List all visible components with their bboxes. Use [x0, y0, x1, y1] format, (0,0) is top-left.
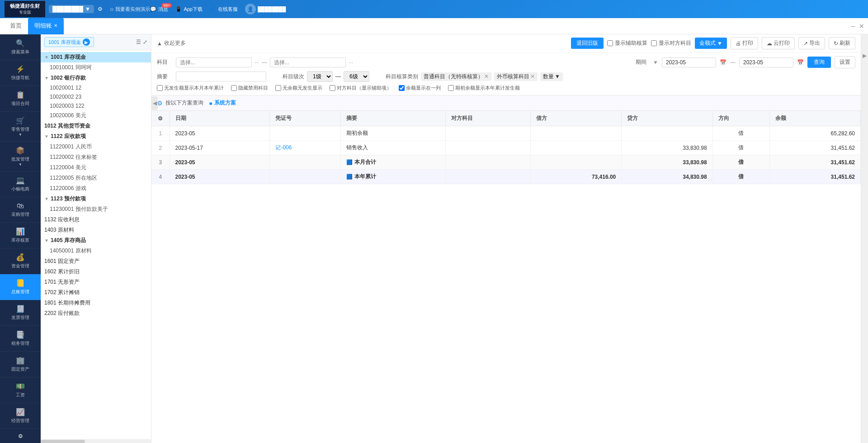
filter-toggle-btn[interactable]: ▲ 收起更多 [157, 39, 186, 47]
subject-to-input[interactable] [270, 57, 346, 67]
tab-minimize-icon[interactable]: ─ [851, 23, 855, 30]
tree-item-1403[interactable]: 1403 原材料 [41, 225, 151, 235]
tree-item-1702[interactable]: 1702 累计摊销 [41, 287, 151, 298]
period-to-input[interactable] [739, 57, 793, 67]
refresh-btn[interactable]: ↻ 刷新 [829, 37, 855, 49]
tree-item-1701[interactable]: 1701 无形资产 [41, 277, 151, 287]
tree-item-11230001[interactable]: 11230001 预付款款美于 [41, 204, 151, 214]
tree-item-1132[interactable]: 1132 应收利息 [41, 214, 151, 225]
tree-item-1001[interactable]: ▼ 1001 库存现金 [41, 52, 151, 62]
col-settings[interactable]: ⚙ [151, 111, 170, 126]
sidebar-item-capital[interactable]: 💰 资金管理 [0, 248, 41, 274]
tab-detail[interactable]: 明细账 ✕ [28, 18, 64, 34]
cell-no-3: 3 [151, 155, 170, 170]
tree-item-14050001[interactable]: 14050001 原材料 [41, 246, 151, 256]
scheme-btn-system[interactable]: ● 系统方案 [209, 97, 236, 109]
sidebar-item-inventory[interactable]: 📊 库存核算 [0, 223, 41, 248]
cell-voucher-2[interactable]: 记-006 [270, 141, 341, 155]
cloud-print-btn[interactable]: ☁ 云打印 [762, 37, 795, 49]
back-old-btn[interactable]: 退回旧版 [571, 38, 604, 49]
sidebar-item-tax[interactable]: 📑 税务管理 [0, 326, 41, 352]
tree-item-2202[interactable]: 2202 应付账款 [41, 308, 151, 319]
online-service-btn[interactable]: 👤 在线客服 [210, 6, 238, 13]
tree-item-11220004[interactable]: 11220004 美元 [41, 162, 151, 173]
cb-hide-disabled[interactable]: 隐藏禁用科目 [231, 85, 268, 91]
filter-row-1: 科目 ··· — ··· 期间 ▼ 📅 — [157, 56, 855, 68]
tab-close-icon[interactable]: ✕ [54, 23, 57, 28]
cell-debit-3 [530, 155, 621, 170]
period-to-calendar-icon[interactable]: 📅 [797, 59, 804, 66]
tree-item-10020002[interactable]: 10020002 23 [41, 92, 151, 101]
tree-item-11220002[interactable]: 11220002 往来标签 [41, 152, 151, 162]
tree-item-11220005[interactable]: 11220005 所在地区 [41, 173, 151, 183]
sidebar-item-invoice[interactable]: 🧾 发票管理 [0, 300, 41, 326]
table-area: ⚙ 日期 凭证号 摘要 对方科目 借方 贷方 方向 余额 1 2023-05 [151, 111, 861, 443]
sidebar-item-shortcut[interactable]: ⚡ 快捷导航 [0, 60, 41, 86]
period-calendar-icon[interactable]: 📅 [720, 59, 726, 66]
tree-item-11220001[interactable]: 11220001 人民币 [41, 142, 151, 152]
sidebar-item-purchase[interactable]: 🛍 采购管理 [0, 197, 41, 223]
sidebar-settings-btn[interactable]: ⚙ [0, 429, 41, 443]
scheme-panel-collapse-icon[interactable]: ◀ [151, 96, 158, 110]
query-scheme-label: ⚙ 按以下方案查询 [157, 99, 203, 107]
cb-balance-in-one[interactable]: 余额显示在一列 [399, 85, 441, 91]
type-tag-1-close[interactable]: ✕ [484, 73, 489, 80]
summary-input[interactable] [176, 71, 266, 81]
tree-item-1012[interactable]: 1012 其他货币资金 [41, 121, 151, 131]
right-collapse-panel[interactable]: ▶ [861, 34, 868, 443]
cb-no-occurrence[interactable]: 无发生额显示本月本年累计 [157, 85, 224, 91]
sidebar-item-ecommerce[interactable]: 💻 小畅电商 [0, 171, 41, 197]
tree-item-1801[interactable]: 1801 长期待摊费用 [41, 298, 151, 308]
tree-item-1123[interactable]: ▼ 1123 预付款项 [41, 194, 151, 204]
message-btn[interactable]: 💬 消息 99+ [150, 6, 168, 13]
sidebar-item-retail[interactable]: 🛒 零售管理 ▼ [0, 112, 41, 142]
tree-item-10020001[interactable]: 10020001 12 [41, 83, 151, 92]
tree-item-11220006[interactable]: 11220006 游戏 [41, 183, 151, 194]
export-btn[interactable]: ↗ 导出 [798, 37, 825, 49]
demo-link[interactable]: ○ 我要看实例演示 [110, 5, 150, 13]
settings-gear-icon[interactable]: ⚙ [98, 6, 103, 12]
level-to-select[interactable]: 6级 [344, 71, 369, 82]
show-opposite-checkbox[interactable]: 显示对方科目 [651, 39, 691, 47]
current-account-display[interactable]: 1001 库存现金 ▶ [44, 37, 94, 47]
tree-item-10010001[interactable]: 10010001 同呵呵 [41, 62, 151, 73]
tree-scrollbar[interactable] [41, 439, 151, 443]
tree-label-10020002: 10020002 23 [50, 94, 81, 100]
subject-input[interactable] [176, 57, 252, 67]
tree-item-1002[interactable]: ▼ 1002 银行存款 [41, 73, 151, 83]
sidebar-item-project[interactable]: 📋 项目合同 [0, 86, 41, 112]
user-btn[interactable]: 👤 ████████ [245, 4, 286, 14]
settings-btn[interactable]: 设置 [835, 56, 855, 68]
tree-item-1602[interactable]: 1602 累计折旧 [41, 267, 151, 277]
tree-label-1002: 1002 银行存款 [51, 74, 86, 82]
voucher-link-2[interactable]: 记-006 [275, 144, 292, 151]
print-btn[interactable]: 🖨 打印 [731, 37, 758, 49]
amount-style-btn[interactable]: 金额式 ▼ [695, 38, 727, 49]
tab-close-all-icon[interactable]: ✕ [859, 23, 864, 30]
show-auxiliary-checkbox[interactable]: 显示辅助核算 [607, 39, 647, 47]
app-download-btn[interactable]: 📱 App下载 [175, 6, 203, 13]
sidebar-item-salary[interactable]: 💵 工资 [0, 377, 41, 403]
tree-item-1405[interactable]: ▼ 1405 库存商品 [41, 235, 151, 246]
sidebar-item-ledger[interactable]: 📒 总账管理 [0, 274, 41, 300]
query-btn[interactable]: 查询 [807, 57, 831, 68]
cb-no-balance[interactable]: 无余额无发生显示 [275, 85, 322, 91]
cb-opening-year[interactable]: 期初余额显示本年累计发生额 [448, 85, 520, 91]
period-from-input[interactable] [662, 57, 716, 67]
sidebar-item-ops[interactable]: 📈 经营管理 [0, 403, 41, 429]
tree-item-1601[interactable]: 1601 固定资产 [41, 256, 151, 267]
tree-item-10020003[interactable]: 10020003 122 [41, 101, 151, 110]
sidebar-item-assets[interactable]: 🏢 固定资产 [0, 352, 41, 377]
col-voucher: 凭证号 [270, 111, 341, 126]
cb-opposite-subject[interactable]: 对方科目（显示辅助项） [330, 85, 392, 91]
level-from-select[interactable]: 1级 [307, 71, 333, 82]
tree-item-10020006[interactable]: 10020006 美元 [41, 110, 151, 121]
tab-home[interactable]: 首页 [4, 18, 28, 34]
sidebar-item-wholesale[interactable]: 📦 批发管理 ▼ [0, 142, 41, 171]
company-selector[interactable]: ████████ ▼ [49, 5, 94, 13]
expand-icon[interactable]: ⤢ [143, 39, 147, 45]
sidebar-item-search[interactable]: 🔍 搜索菜单 [0, 34, 41, 60]
tree-item-1122[interactable]: ▼ 1122 应收款项 [41, 131, 151, 142]
list-view-icon[interactable]: ☰ [136, 39, 141, 45]
type-tag-2-close[interactable]: ✕ [530, 73, 535, 80]
